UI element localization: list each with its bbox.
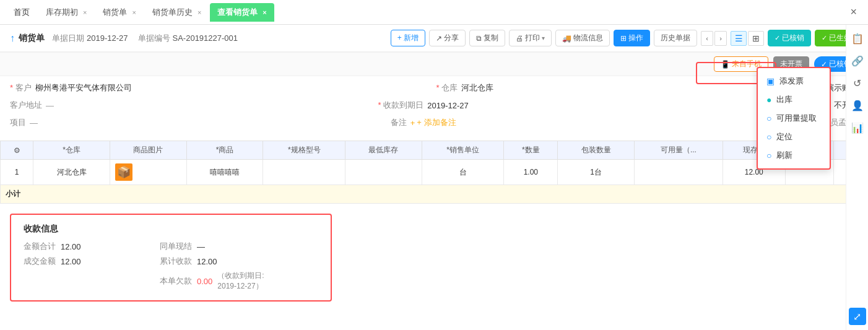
tab-sales[interactable]: 销货单 ×	[95, 3, 143, 22]
dropdown-available-qty[interactable]: ○ 可用量提取	[758, 109, 830, 128]
close-sales-tab[interactable]: ×	[132, 9, 136, 16]
number-value: SA-20191227-001	[173, 33, 238, 43]
close-sales-history-tab[interactable]: ×	[197, 9, 201, 16]
col-available: 可用量（...	[635, 141, 723, 160]
list-view-button[interactable]: ☰	[731, 31, 747, 46]
new-button[interactable]: + 新增	[391, 30, 425, 46]
cumulative-value: 12.00	[197, 257, 217, 266]
warehouse-field: * 仓库 河北仓库	[436, 82, 494, 93]
sidebar-user-icon[interactable]: 👤	[849, 97, 866, 114]
note-label: 备注	[391, 117, 407, 128]
gear-icon[interactable]: ⚙	[14, 146, 20, 155]
nav-arrows: ‹ ›	[701, 31, 727, 46]
customer-value: 柳州粤港平安气体有限公司	[35, 82, 132, 93]
sidebar-link-icon[interactable]: 🔗	[849, 52, 866, 69]
dropdown-outbound[interactable]: ● 出库	[758, 90, 830, 109]
customer-field: * 客户 柳州粤港平安气体有限公司	[10, 82, 132, 93]
add-invoice-icon: ▣	[766, 76, 775, 86]
col-gear[interactable]: ⚙	[1, 141, 33, 160]
data-table: ⚙ *仓库 商品图片 *商品 *规格型号 最低库存 *销售单位 *数量 包装数量…	[0, 141, 868, 204]
total-amount-label: 金额合计	[24, 241, 56, 252]
tab-view-sales[interactable]: 查看销货单 ×	[210, 3, 274, 22]
toolbar: + 新增 ↗ 分享 ⧉ 复制 🖨 打印 ▾ 🚚 物流信息 ⊞ 操作	[391, 30, 858, 46]
right-sidebar: 📋 🔗 ↺ 👤 📊 ⤢	[846, 25, 868, 330]
close-inventory-tab[interactable]: ×	[83, 9, 87, 16]
payment-date-label: * 收款到期日	[378, 100, 424, 111]
sidebar-doc-icon[interactable]: 📋	[849, 30, 866, 47]
outbound-icon: ●	[766, 95, 771, 105]
total-amount-item: 金额合计 12.00	[24, 241, 147, 252]
row-img: 📦	[110, 160, 187, 185]
same-order-value: —	[197, 242, 205, 251]
dropdown-add-invoice[interactable]: ▣ 添发票	[758, 72, 830, 90]
print-dropdown-arrow: ▾	[542, 35, 545, 41]
payment-box: 收款信息 金额合计 12.00 同单现结 — 成交金额 12.00 累计收款 1…	[10, 214, 332, 302]
refresh-label: 刷新	[776, 150, 792, 161]
subtotal-row: 小计	[1, 185, 868, 204]
print-button[interactable]: 🖨 打印 ▾	[509, 30, 552, 46]
doc-type-icon: ↑	[10, 33, 15, 44]
row-no: 1	[1, 160, 33, 185]
col-unit: *销售单位	[422, 141, 504, 160]
outbound-label: 出库	[776, 94, 792, 105]
prev-button[interactable]: ‹	[701, 31, 713, 46]
dropdown-locate[interactable]: ○ 定位	[758, 128, 830, 146]
warehouse-value: 河北仓库	[461, 82, 493, 93]
table-row: 1 河北仓库 📦 嘻嘻嘻嘻 台 1.00 1台 12.00 0.	[1, 160, 868, 185]
col-warehouse: *仓库	[33, 141, 110, 160]
doc-meta: 单据日期 2019-12-27 单据编号 SA-20191227-001	[52, 33, 238, 44]
row-available	[635, 160, 723, 185]
project-value: —	[30, 118, 38, 128]
operation-button[interactable]: ⊞ 操作	[614, 30, 650, 46]
row-warehouse: 河北仓库	[33, 160, 110, 185]
window-close-button[interactable]: ×	[845, 3, 862, 20]
col-img: 商品图片	[110, 141, 187, 160]
col-qty: *数量	[504, 141, 558, 160]
deal-amount-label: 成交金额	[24, 256, 56, 267]
cumulative-label: 累计收款	[160, 256, 192, 267]
number-label: 单据编号	[138, 33, 170, 44]
effect-check-icon: ✓	[822, 34, 827, 42]
row-min-stock	[345, 160, 422, 185]
add-note-button[interactable]: + + 添加备注	[410, 117, 456, 128]
owed-label: 本单欠款	[160, 276, 192, 287]
date-value: 2019-12-27	[87, 33, 128, 43]
cancel-button[interactable]: ✓ 已核销	[768, 30, 811, 46]
copy-button[interactable]: ⧉ 复制	[469, 30, 505, 46]
owed-item: 本单欠款 0.00 （收款到期日: 2019-12-27）	[160, 271, 284, 292]
note-field: 备注 + + 添加备注	[391, 117, 456, 128]
row-unit: 台	[422, 160, 504, 185]
project-field: 项目 —	[10, 117, 38, 128]
dropdown-refresh[interactable]: ○ 刷新	[758, 146, 830, 165]
refresh-icon: ○	[766, 150, 771, 160]
product-image: 📦	[115, 163, 132, 181]
share-button[interactable]: ↗ 分享	[429, 30, 466, 46]
operation-icon: ⊞	[620, 34, 627, 43]
due-date-hint: （收款到期日: 2019-12-27）	[217, 271, 284, 292]
sidebar-chart-icon[interactable]: 📊	[849, 119, 866, 136]
sidebar-refresh-icon[interactable]: ↺	[849, 74, 866, 92]
logistics-button[interactable]: 🚚 物流信息	[555, 30, 610, 46]
close-view-sales-tab[interactable]: ×	[263, 9, 266, 16]
row-pkg: 1台	[558, 160, 635, 185]
next-button[interactable]: ›	[714, 31, 727, 46]
tab-sales-history[interactable]: 销货单历史 ×	[145, 3, 209, 22]
phone-icon: 📱	[721, 60, 730, 69]
address-value: —	[46, 101, 54, 110]
tab-home[interactable]: 首页	[6, 3, 37, 22]
print-icon: 🖨	[516, 34, 523, 43]
history-button[interactable]: 历史单据	[654, 30, 697, 46]
col-spec: *规格型号	[263, 141, 345, 160]
doc-title: ↑ 销货单	[10, 33, 45, 44]
cumulative-item: 累计收款 12.00	[160, 256, 284, 267]
deal-amount-value: 12.00	[61, 257, 81, 266]
copy-icon: ⧉	[476, 34, 482, 43]
sub-toolbar: 📱 来自手机 未开票 ✓ 已核销	[0, 52, 868, 76]
tab-inventory[interactable]: 库存期初 ×	[38, 3, 94, 22]
grid-view-button[interactable]: ⊞	[748, 31, 764, 46]
payment-section: 收款信息 金额合计 12.00 同单现结 — 成交金额 12.00 累计收款 1…	[0, 204, 868, 308]
logistics-icon: 🚚	[562, 34, 571, 43]
total-amount-value: 12.00	[61, 242, 81, 251]
sidebar-expand-icon[interactable]: ⤢	[849, 308, 866, 325]
address-field: 客户地址 —	[10, 100, 54, 111]
